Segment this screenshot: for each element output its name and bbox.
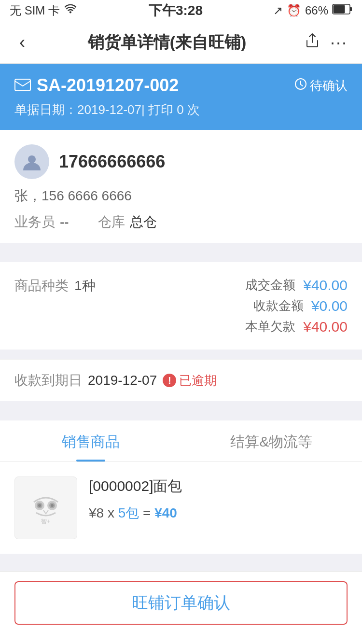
price-text: ¥8 x — [89, 505, 118, 520]
location-icon: ↗ — [273, 4, 283, 17]
category-info: 商品种类 1种 — [14, 277, 96, 295]
collected-value: ¥0.00 — [311, 298, 348, 314]
clock-icon — [294, 78, 307, 94]
amount-value: ¥40.00 — [303, 277, 348, 294]
svg-rect-2 — [333, 5, 345, 14]
share-button[interactable] — [304, 32, 320, 52]
battery-level: 66% — [305, 4, 328, 17]
more-button[interactable]: ··· — [330, 32, 348, 53]
tab-sales-products[interactable]: 销售商品 — [0, 420, 181, 462]
sales-meta: 业务员 -- — [14, 213, 69, 231]
summary-left: 商品种类 1种 — [14, 277, 96, 295]
overdue-badge: ! 已逾期 — [163, 372, 217, 389]
collected-label: 收款金额 — [253, 297, 304, 314]
battery-icon — [332, 4, 352, 17]
product-section: 智+ [0000002]面包 ¥8 x 5包 = ¥40 — [0, 462, 362, 554]
page-title: 销货单详情(来自旺铺) — [88, 31, 247, 54]
owed-row: 本单欠款 ¥40.00 — [245, 318, 348, 335]
warehouse-meta: 仓库 总仓 — [98, 213, 157, 231]
warehouse-label: 仓库 — [98, 213, 125, 231]
owed-label: 本单欠款 — [245, 318, 295, 335]
warehouse-value: 总仓 — [130, 213, 157, 231]
mail-icon — [14, 75, 31, 96]
collected-row: 收款金额 ¥0.00 — [253, 297, 348, 314]
amount-label: 成交金额 — [245, 277, 295, 294]
divider-1 — [0, 243, 362, 252]
amount-row: 成交金额 ¥40.00 — [245, 277, 348, 294]
svg-point-10 — [38, 504, 41, 507]
due-section: 收款到期日 2019-12-07 ! 已逾期 — [0, 359, 362, 401]
alarm-icon: ⏰ — [287, 4, 301, 17]
tabs-section: 销售商品 结算&物流等 智+ — [0, 420, 362, 554]
nav-actions: ··· — [304, 32, 348, 53]
svg-point-11 — [51, 504, 54, 507]
customer-meta: 业务员 -- 仓库 总仓 — [14, 213, 348, 231]
svg-text:智+: 智+ — [41, 518, 50, 525]
status-right: ↗ ⏰ 66% — [273, 4, 352, 17]
due-label: 收款到期日 — [14, 371, 82, 390]
qty-text: 5包 — [118, 505, 139, 520]
customer-header: 17666666666 — [14, 144, 348, 179]
order-id: SA-20191207-002 — [14, 75, 179, 96]
svg-point-5 — [28, 155, 36, 163]
back-button[interactable]: ‹ — [14, 28, 30, 57]
overdue-icon: ! — [163, 374, 176, 387]
customer-phone: 17666666666 — [59, 152, 165, 172]
status-bar: 无 SIM 卡 下午3:28 ↗ ⏰ 66% — [0, 0, 362, 21]
tabs-header: 销售商品 结算&物流等 — [0, 420, 362, 462]
price-total: ¥40 — [154, 505, 177, 520]
owed-value: ¥40.00 — [303, 319, 348, 335]
product-name: [0000002]面包 — [89, 476, 348, 496]
product-item: 智+ [0000002]面包 ¥8 x 5包 = ¥40 — [14, 476, 348, 539]
sales-label: 业务员 — [14, 213, 55, 231]
svg-rect-1 — [350, 7, 352, 11]
tab-settlement[interactable]: 结算&物流等 — [181, 420, 362, 462]
category-value: 1种 — [74, 277, 96, 295]
product-info: [0000002]面包 ¥8 x 5包 = ¥40 — [89, 476, 348, 522]
customer-section: 17666666666 张，156 6666 6666 业务员 -- 仓库 总仓 — [0, 130, 362, 243]
divider-2 — [0, 401, 362, 411]
status-left: 无 SIM 卡 — [10, 3, 78, 18]
confirm-button[interactable]: 旺铺订单确认 — [14, 581, 348, 625]
avatar — [14, 144, 49, 179]
status-time: 下午3:28 — [149, 1, 203, 20]
sim-label: 无 SIM 卡 — [10, 3, 60, 18]
category-label: 商品种类 — [14, 277, 69, 295]
order-date: 单据日期：2019-12-07| 打印 0 次 — [14, 101, 348, 118]
order-status: 待确认 — [294, 77, 348, 94]
due-date-value: 2019-12-07 — [88, 373, 157, 388]
sales-value: -- — [60, 214, 69, 230]
overdue-text: 已逾期 — [179, 372, 217, 389]
order-header: SA-20191207-002 待确认 单据日期：2019-12-07| 打印 … — [0, 64, 362, 130]
summary-right: 成交金额 ¥40.00 收款金额 ¥0.00 本单欠款 ¥40.00 — [245, 277, 348, 335]
product-price: ¥8 x 5包 = ¥40 — [89, 504, 348, 522]
summary-section: 商品种类 1种 成交金额 ¥40.00 收款金额 ¥0.00 本单欠款 ¥40.… — [0, 262, 362, 350]
product-image: 智+ — [14, 476, 77, 539]
svg-rect-3 — [15, 79, 30, 91]
bottom-bar: 旺铺订单确认 — [0, 571, 362, 644]
nav-bar: ‹ 销货单详情(来自旺铺) ··· — [0, 21, 362, 64]
customer-name: 张，156 6666 6666 — [14, 187, 348, 205]
wifi-icon — [65, 4, 78, 17]
